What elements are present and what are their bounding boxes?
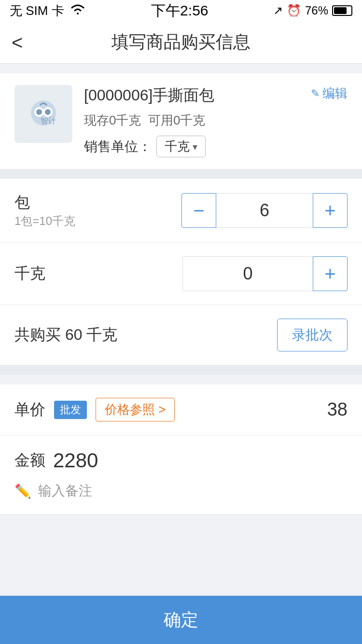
unit-arrow-icon: ▾ — [193, 141, 197, 153]
pack-label: 包 1包=10千克 — [14, 192, 92, 229]
product-name: [0000006]手撕面包 — [84, 85, 348, 106]
product-thumbnail: 智计 — [14, 85, 72, 143]
svg-point-4 — [45, 109, 51, 115]
pack-decrement-button[interactable]: − — [181, 193, 216, 228]
pack-increment-button[interactable]: + — [313, 193, 348, 228]
price-section: 单价 批发 价格参照 > 38 — [0, 384, 362, 435]
pack-input-section: 包 1包=10千克 − + 千克 + — [0, 179, 362, 305]
kg-increment-button[interactable]: + — [313, 256, 348, 291]
price-reference-button[interactable]: 价格参照 > — [96, 398, 175, 421]
kg-input-controls: + — [182, 256, 348, 291]
nav-bar: < 填写商品购买信息 — [0, 21, 362, 64]
price-label: 单价 — [14, 399, 45, 420]
back-button[interactable]: < — [12, 33, 23, 52]
product-card: 智计 [0000006]手撕面包 现存0千克 可用0千克 销售单位： 千克 ▾ … — [0, 73, 362, 169]
status-time: 下午2:56 — [151, 1, 208, 21]
product-unit-row: 销售单位： 千克 ▾ — [84, 136, 348, 157]
status-right: ↗ ⏰ 76% — [273, 4, 352, 17]
amount-label: 金额 — [14, 450, 45, 471]
price-tag-badge: 批发 — [54, 401, 87, 419]
status-left: 无 SIM 卡 — [10, 2, 86, 19]
direction-icon: ↗ — [273, 4, 283, 17]
kg-quantity-input[interactable] — [182, 256, 313, 291]
pack-quantity-input[interactable] — [216, 193, 313, 228]
pack-input-row: 包 1包=10千克 − + — [0, 179, 362, 243]
remark-row[interactable]: ✏️ 输入备注 — [14, 482, 348, 500]
product-stock: 现存0千克 可用0千克 — [84, 112, 348, 129]
amount-row: 金额 2280 — [14, 449, 348, 472]
kg-label: 千克 — [14, 263, 92, 284]
pack-label-main: 包 — [14, 192, 92, 213]
section-separator-1 — [0, 169, 362, 179]
alarm-icon: ⏰ — [287, 4, 301, 17]
edit-button[interactable]: ✎ 编辑 — [311, 85, 348, 102]
amount-section: 金额 2280 ✏️ 输入备注 — [0, 435, 362, 514]
kg-label-main: 千克 — [14, 263, 92, 284]
price-row: 单价 批发 价格参照 > 38 — [14, 398, 348, 421]
product-info: [0000006]手撕面包 现存0千克 可用0千克 销售单位： 千克 ▾ — [84, 85, 348, 157]
no-sim-text: 无 SIM 卡 — [10, 2, 64, 19]
product-logo-icon: 智计 — [27, 95, 60, 133]
price-value: 38 — [327, 399, 348, 420]
record-batch-button[interactable]: 录批次 — [277, 319, 348, 351]
total-label: 共购买 60 千克 — [14, 324, 277, 346]
svg-text:智计: 智计 — [41, 117, 56, 125]
section-separator-2 — [0, 365, 362, 375]
amount-value: 2280 — [53, 449, 98, 472]
remark-placeholder: 输入备注 — [38, 482, 92, 500]
edit-icon: ✎ — [311, 87, 320, 100]
pack-label-sub: 1包=10千克 — [14, 213, 92, 229]
battery-icon — [332, 5, 352, 16]
page-title: 填写商品购买信息 — [111, 30, 251, 54]
battery-percent: 76% — [305, 4, 328, 17]
status-bar: 无 SIM 卡 下午2:56 ↗ ⏰ 76% — [0, 0, 362, 21]
total-row: 共购买 60 千克 录批次 — [0, 305, 362, 365]
unit-selector[interactable]: 千克 ▾ — [156, 136, 206, 157]
svg-point-3 — [36, 109, 42, 115]
pack-input-controls: − + — [181, 193, 348, 228]
wifi-icon — [69, 3, 86, 19]
confirm-button[interactable]: 确定 — [0, 596, 362, 644]
pencil-icon: ✏️ — [14, 483, 31, 499]
kg-input-row: 千克 + — [0, 243, 362, 305]
